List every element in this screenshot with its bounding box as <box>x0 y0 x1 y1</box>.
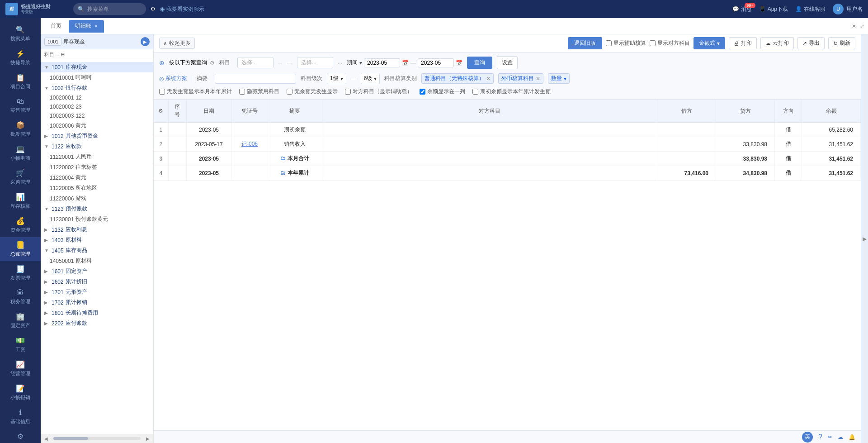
subject-input[interactable]: 选择... <box>237 57 274 68</box>
type-tag-1[interactable]: 普通科目（无特殊核算） ✕ <box>421 73 494 84</box>
back-to-old-button[interactable]: 退回旧版 <box>568 37 602 49</box>
subject-level-start-select[interactable]: 1级 ▾ <box>327 73 346 84</box>
tree-item-1701[interactable]: ▶ 1701 无形资产 <box>41 287 153 297</box>
sidebar-item-wholesale[interactable]: 📦 批发管理 <box>0 117 41 141</box>
scroll-left-arrow[interactable]: ◀ <box>41 436 52 441</box>
format-dropdown-button[interactable]: 金额式 ▾ <box>693 37 725 49</box>
col-gear[interactable]: ⚙ <box>154 100 168 123</box>
show-contra-check[interactable]: 显示对方科目 <box>650 39 690 47</box>
sidebar-item-expense[interactable]: 📝 小畅报销 <box>0 381 41 405</box>
show-auxiliary-checkbox[interactable] <box>606 40 612 46</box>
subject-level-end-select[interactable]: 6级 ▾ <box>361 73 380 84</box>
check-no-balance[interactable]: 无发生额显示本月本年累计 <box>159 88 232 95</box>
account-nav-arrow[interactable]: ▶ <box>141 37 150 46</box>
filter-settings-icon[interactable]: ⚙ <box>210 60 215 66</box>
show-contra-checkbox[interactable] <box>650 40 656 46</box>
sidebar-item-capital[interactable]: 💰 资金管理 <box>0 213 41 237</box>
bottom-edit-button[interactable]: ✏ <box>828 434 832 440</box>
scroll-right-arrow[interactable]: ▶ <box>142 436 153 441</box>
user-area[interactable]: U 用户名 <box>833 4 863 14</box>
tree-item-1132[interactable]: ▶ 1132 应收利息 <box>41 224 153 235</box>
tab-home[interactable]: 首页 <box>44 20 68 33</box>
tab-detail-ledger-close[interactable]: ✕ <box>94 24 98 29</box>
tree-item-1702[interactable]: ▶ 1702 累计摊销 <box>41 297 153 308</box>
message-button[interactable]: 💬 消息 99+ <box>732 5 752 13</box>
expand-all-icon[interactable]: ≡ <box>56 52 59 57</box>
tree-item-10020006[interactable]: 10020006 黄元 <box>41 120 153 131</box>
check-contra-subject[interactable]: 对方科目（显示辅助项） <box>345 88 412 95</box>
period-arrow[interactable]: ▾ <box>359 60 362 66</box>
check-opening-balance-input[interactable] <box>472 89 478 95</box>
sidebar-item-ledger[interactable]: 📒 总账管理 <box>0 237 41 261</box>
period-end-input[interactable] <box>418 58 454 67</box>
type-tag-3-dropdown[interactable]: ▾ <box>564 76 566 82</box>
sidebar-item-operations[interactable]: 📈 经营管理 <box>0 357 41 381</box>
tree-item-11220006[interactable]: 11220006 游戏 <box>41 193 153 204</box>
expand-filter-button[interactable]: ∧ 收起更多 <box>159 38 195 49</box>
sidebar-item-ecommerce[interactable]: 💻 小畅电商 <box>0 141 41 165</box>
right-collapse-handle[interactable]: ▶ <box>861 34 868 443</box>
filter-method-icon[interactable]: ⊕ <box>159 59 166 67</box>
tree-item-11230001[interactable]: 11230001 预付账款黄元 <box>41 214 153 224</box>
sidebar-item-retail[interactable]: 🛍 零售管理 <box>0 94 41 117</box>
tree-item-1602[interactable]: ▶ 1602 累计折旧 <box>41 276 153 287</box>
sidebar-item-project[interactable]: 📋 项目合同 <box>0 70 41 94</box>
tree-item-1002[interactable]: ▼ 1002 银行存款 <box>41 83 153 93</box>
period-start-input[interactable] <box>364 58 400 67</box>
tree-item-1601[interactable]: ▶ 1601 固定资产 <box>41 266 153 276</box>
tree-item-1123[interactable]: ▼ 1123 预付账款 <box>41 204 153 214</box>
tree-item-1001[interactable]: ▼ 1001 库存现金 <box>41 62 153 72</box>
tree-item-11220002[interactable]: 11220002 往来标签 <box>41 162 153 172</box>
tree-item-10020002[interactable]: 10020002 23 <box>41 102 153 111</box>
show-auxiliary-check[interactable]: 显示辅助核算 <box>606 39 646 47</box>
type-tag-1-remove[interactable]: ✕ <box>486 76 491 82</box>
settings-icon[interactable]: ⚙ <box>151 6 156 12</box>
tree-item-10020003[interactable]: 10020003 122 <box>41 111 153 120</box>
system-plan-button[interactable]: ◎ 系统方案 <box>159 75 187 82</box>
tab-close-window-icon[interactable]: ✕ <box>852 23 856 29</box>
sidebar-item-basic-info[interactable]: ℹ 基础信息 <box>0 405 41 429</box>
cell-voucher[interactable]: 记-006 <box>231 137 268 152</box>
type-tag-2[interactable]: 外币核算科目 ✕ <box>498 73 543 84</box>
sidebar-item-tax[interactable]: 🏛 税务管理 <box>0 285 41 309</box>
voucher-link[interactable]: 记-006 <box>241 141 258 147</box>
export-button[interactable]: ↗ 导出 <box>797 37 825 49</box>
check-contra-subject-input[interactable] <box>345 89 351 95</box>
query-button[interactable]: 查询 <box>467 57 492 69</box>
tree-item-10020001[interactable]: 10020001 12 <box>41 93 153 102</box>
bottom-cloud-button[interactable]: ☁ <box>838 434 843 440</box>
type-tag-2-remove[interactable]: ✕ <box>536 76 540 82</box>
tree-item-2202[interactable]: ▶ 2202 应付账款 <box>41 318 153 329</box>
check-no-balance-input[interactable] <box>159 89 165 95</box>
tree-item-1405[interactable]: ▼ 1405 库存商品 <box>41 245 153 256</box>
sidebar-item-quick-nav[interactable]: ⚡ 快捷导航 <box>0 46 41 70</box>
tree-item-1012[interactable]: ▶ 1012 其他货币资金 <box>41 131 153 141</box>
summary-input[interactable] <box>215 74 296 84</box>
menu-search[interactable]: 🔍 <box>73 3 146 15</box>
check-no-amount-input[interactable] <box>287 89 292 95</box>
bottom-notification-button[interactable]: 🔔 <box>849 434 855 440</box>
collapse-all-icon[interactable]: ⊟ <box>61 52 65 57</box>
tree-item-1403[interactable]: ▶ 1403 原材料 <box>41 235 153 245</box>
sidebar-item-search[interactable]: 🔍 搜索菜单 <box>0 22 41 46</box>
period-calendar-icon-2[interactable]: 📅 <box>456 60 462 66</box>
sidebar-item-fixed-assets[interactable]: 🏢 固定资产 <box>0 309 41 333</box>
sidebar-item-salary[interactable]: 💵 工资 <box>0 333 41 357</box>
bottom-translate-button[interactable]: 英 <box>802 432 813 443</box>
refresh-button[interactable]: ↻ 刷新 <box>828 37 855 49</box>
demo-button[interactable]: ◉ 我要看实例演示 <box>160 5 204 13</box>
check-balance-in-row[interactable]: 余额显示在一列 <box>420 88 465 95</box>
print-button[interactable]: 🖨 打印 <box>729 37 757 49</box>
tree-item-11220001[interactable]: 11220001 人民币 <box>41 152 153 162</box>
sidebar-item-system[interactable]: ⚙ 系统管理 <box>0 429 41 443</box>
online-service-button[interactable]: 👤 在线客服 <box>795 5 826 13</box>
filter-settings-button[interactable]: 设置 <box>497 56 518 69</box>
check-hide-disabled-input[interactable] <box>239 89 245 95</box>
menu-search-input[interactable] <box>87 6 142 12</box>
period-calendar-icon-1[interactable]: 📅 <box>402 60 409 66</box>
tree-item-14050001[interactable]: 14050001 原材料 <box>41 256 153 266</box>
tab-maximize-icon[interactable]: ⤢ <box>860 23 864 29</box>
tree-item-11220004[interactable]: 11220004 黄元 <box>41 172 153 183</box>
check-opening-balance[interactable]: 期初余额显示本年累计发生额 <box>472 88 551 95</box>
cloud-print-button[interactable]: ☁ 云打印 <box>760 37 794 49</box>
